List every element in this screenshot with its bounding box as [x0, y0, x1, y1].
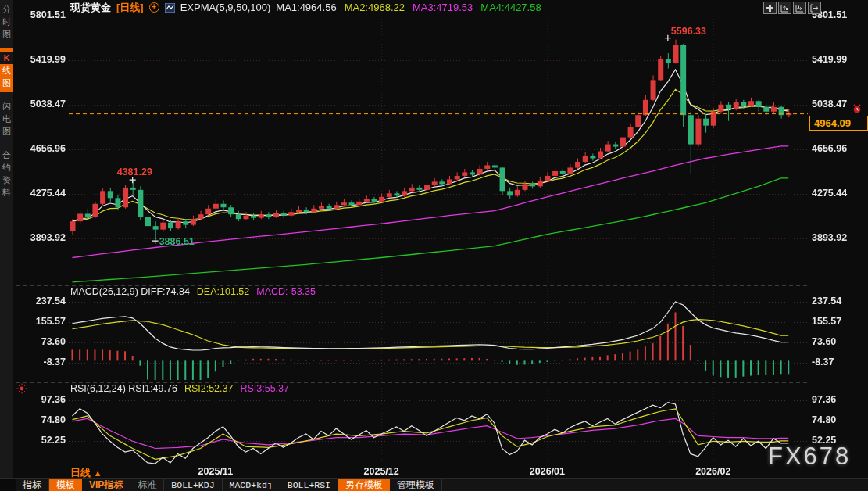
sidebar-tab-contract-info[interactable]: 合约资料	[0, 145, 13, 202]
x-axis-label: 2026/02	[695, 466, 730, 477]
tab-template[interactable]: 模板	[49, 479, 82, 491]
x-axis-label: 2026/01	[530, 466, 565, 477]
sidebar-tab-time-chart[interactable]: 分时图	[0, 0, 13, 44]
high-annotation: 5596.33	[671, 26, 706, 37]
mini-chart-icon[interactable]	[165, 3, 175, 13]
left-sidebar: 分时图K线图闪电图合约资料	[0, 0, 13, 479]
rsi-axis-label: 52.25	[16, 435, 66, 446]
macd-axis-label: 155.57	[812, 316, 841, 327]
tab-char: K	[0, 52, 13, 64]
macd-axis-label: 73.60	[812, 336, 836, 347]
period-label[interactable]: [日线]	[116, 1, 144, 15]
macd-axis-label: 237.54	[16, 296, 66, 306]
tab-save-template[interactable]: 另存模板	[338, 479, 390, 491]
tab-char: 时	[0, 16, 13, 28]
tab-boll-kdj[interactable]: BOLL+KDJ	[164, 479, 222, 491]
main-axis-label: 4656.96	[16, 143, 66, 154]
rsi-value-label: RSI2:52.37	[184, 383, 234, 394]
symbol-title: 现货黄金	[70, 1, 111, 15]
tab-char: 电	[0, 113, 13, 125]
scale-up-button[interactable]	[778, 2, 791, 14]
add-indicator-icon[interactable]: +	[149, 2, 159, 13]
swing-low-annotation: 3886.51	[159, 236, 195, 247]
chart-canvas[interactable]	[0, 0, 868, 491]
price-alert-icon[interactable]	[852, 103, 863, 117]
tab-char: 线	[0, 64, 13, 77]
x-axis-label: 2025/11	[198, 466, 234, 477]
main-axis-label: 5419.99	[16, 54, 66, 65]
pane-toolbar	[763, 2, 821, 14]
alert-dot-icon[interactable]	[16, 383, 27, 397]
main-axis-label: 4275.44	[812, 188, 847, 199]
tab-char: 分	[0, 3, 13, 16]
crosshair-button[interactable]	[763, 2, 777, 14]
collapse-pane-button[interactable]	[808, 2, 821, 14]
rsi-value-label: RSI3:55.37	[240, 383, 289, 394]
tab-char: 图	[0, 125, 13, 138]
tab-char: 图	[0, 77, 13, 89]
macd-header: MACD(26,12,9) DIFF:74.84DEA:101.52MACD:-…	[70, 286, 316, 297]
rsi-axis-label: 97.36	[812, 394, 836, 405]
main-axis-label: 5038.47	[16, 99, 66, 109]
chevron-up-icon: ▲	[94, 468, 102, 478]
main-axis-label: 5038.47	[812, 99, 847, 109]
tab-char: 资	[0, 174, 13, 186]
tab-char: 料	[0, 186, 13, 199]
main-axis-label: 3893.92	[16, 232, 66, 243]
macd-value-label: MACD:-53.35	[256, 286, 316, 297]
rsi-axis-label: 74.80	[812, 414, 836, 425]
chart-header: 现货黄金 [日线] + EXPMA(5,9,50,100) MA1:4964.5…	[70, 1, 541, 14]
main-axis-label: 4656.96	[812, 143, 847, 154]
tab-char: 图	[0, 28, 13, 41]
bottom-toolbar: 指标模板VIP指标标准BOLL+KDJMACD+kdjBOLL+RSI另存模板管…	[0, 478, 868, 491]
ma-value-label: MA4:4427.58	[480, 2, 541, 13]
main-axis-label: 3893.92	[812, 232, 847, 243]
toolbar-corner	[0, 479, 16, 491]
macd-axis-label: 155.57	[16, 316, 66, 327]
tab-macd-kdj[interactable]: MACD+kdj	[223, 479, 280, 491]
rsi-axis-label: 74.80	[16, 414, 66, 425]
macd-value-label: MACD(26,12,9) DIFF:74.84	[70, 286, 190, 297]
ma-values: MA1:4964.56MA2:4968.22MA3:4719.53MA4:442…	[276, 2, 541, 13]
sidebar-tab-kline-chart[interactable]: K线图	[0, 48, 13, 92]
tab-boll-rsi[interactable]: BOLL+RSI	[280, 479, 338, 491]
main-axis-label: 5419.99	[812, 54, 847, 65]
ma-value-label: MA3:4719.53	[413, 2, 473, 13]
rsi-header: RSI(6,12,24) RSI1:49.76RSI2:52.37RSI3:55…	[70, 383, 289, 394]
macd-axis-label: -8.37	[812, 357, 834, 367]
macd-axis-label: 237.54	[812, 296, 841, 306]
ma-value-label: MA2:4968.22	[345, 2, 405, 13]
sidebar-tab-flash-chart[interactable]: 闪电图	[0, 97, 13, 141]
swing-high-annotation: 4381.29	[117, 167, 152, 177]
x-axis-label: 2025/12	[364, 466, 399, 477]
tab-standard[interactable]: 标准	[130, 479, 164, 491]
main-axis-label: 4275.44	[16, 188, 66, 199]
tab-indicator[interactable]: 指标	[16, 479, 49, 491]
macd-axis-label: -8.37	[16, 357, 66, 367]
tab-char: 闪	[0, 100, 13, 113]
rsi-axis-label: 52.25	[812, 435, 836, 446]
scale-right-button[interactable]	[793, 2, 806, 14]
watermark: FX678	[768, 443, 851, 471]
tab-char: 合	[0, 149, 13, 161]
macd-axis-label: 73.60	[16, 336, 66, 347]
current-price-tag: 4964.09	[809, 116, 868, 131]
rsi-value-label: RSI(6,12,24) RSI1:49.76	[70, 383, 177, 394]
tab-manage-template[interactable]: 管理模板	[390, 479, 442, 491]
main-axis-label: 5801.51	[16, 9, 66, 20]
tab-vip-indicator[interactable]: VIP指标	[82, 479, 130, 491]
ma-value-label: MA1:4964.56	[276, 2, 336, 13]
tab-char: 约	[0, 161, 13, 174]
macd-value-label: DEA:101.52	[197, 286, 249, 297]
indicator-name: EXPMA(5,9,50,100)	[180, 2, 271, 13]
chart-app-window: 分时图K线图闪电图合约资料 现货黄金 [日线] + EXPMA(5,9,50,1…	[0, 0, 868, 491]
